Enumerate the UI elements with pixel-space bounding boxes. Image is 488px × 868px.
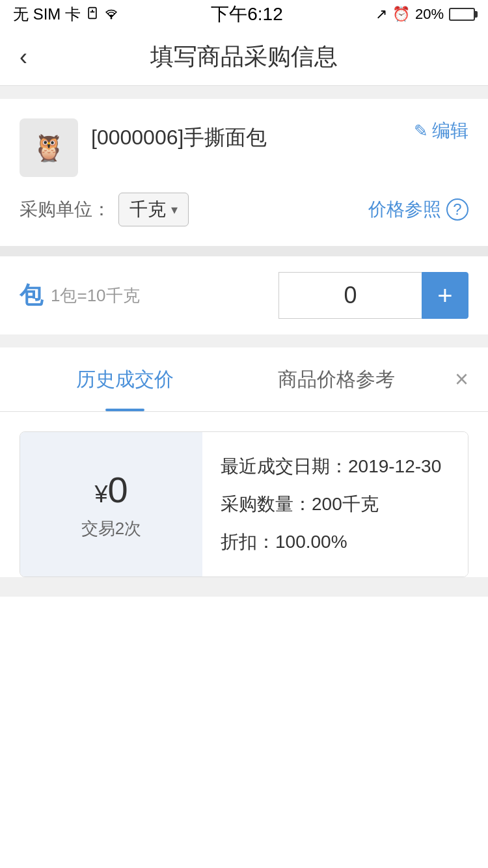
- page-title: 填写商品采购信息: [150, 41, 338, 73]
- price-value: 0: [107, 469, 128, 510]
- tabs-section: 历史成交价 商品价格参考 × ¥0 交易2次 最近成交日期：2019-12-30…: [0, 347, 488, 577]
- svg-rect-0: [88, 8, 96, 19]
- product-section: 🦉 [0000006]手撕面包 ✎ 编辑 采购单位： 千克 ▾ 价格参照 ?: [0, 99, 488, 246]
- price-ref-label: 价格参照: [368, 197, 441, 222]
- price-amount: ¥0: [94, 468, 128, 511]
- discount-value: 100.00%: [275, 532, 347, 552]
- unit-badge: 包: [20, 280, 43, 312]
- edit-button[interactable]: ✎ 编辑: [414, 118, 468, 143]
- section-divider: [0, 246, 488, 256]
- quantity-detail-label: 采购数量：: [221, 494, 312, 514]
- location-icon: ↗: [375, 6, 387, 23]
- unit-select-dropdown[interactable]: 千克 ▾: [118, 193, 189, 226]
- chevron-down-icon: ▾: [171, 202, 178, 217]
- svg-point-1: [111, 18, 113, 20]
- status-right: ↗ ⏰ 20%: [375, 6, 475, 23]
- recent-date-row: 最近成交日期：2019-12-30: [221, 453, 450, 480]
- increment-button[interactable]: +: [422, 272, 468, 319]
- quantity-input-area: +: [278, 272, 468, 319]
- price-reference-button[interactable]: 价格参照 ?: [368, 197, 468, 222]
- tab-history-price[interactable]: 历史成交价: [20, 348, 230, 411]
- unit-value: 千克: [129, 197, 166, 222]
- status-time: 下午6:12: [211, 2, 283, 27]
- quantity-label: 包 1包=10千克: [20, 280, 140, 312]
- help-icon: ?: [446, 198, 468, 221]
- sim-icon: [86, 5, 99, 23]
- quantity-row: 包 1包=10千克 +: [0, 256, 488, 334]
- quantity-row-detail: 采购数量：200千克: [221, 491, 450, 518]
- nav-bar: ‹ 填写商品采购信息: [0, 29, 488, 86]
- discount-label: 折扣：: [221, 532, 275, 552]
- quantity-input[interactable]: [278, 272, 422, 319]
- unit-row: 采购单位： 千克 ▾ 价格参照 ?: [20, 193, 468, 226]
- recent-date-value: 2019-12-30: [348, 456, 441, 476]
- unit-label: 采购单位：: [20, 197, 111, 222]
- battery-icon: [449, 8, 475, 21]
- edit-icon: ✎: [414, 121, 428, 141]
- product-name: [0000006]手撕面包: [91, 118, 267, 152]
- tab-product-price-ref[interactable]: 商品价格参考: [230, 348, 441, 411]
- product-icon: 🦉: [33, 133, 65, 163]
- unit-conversion: 1包=10千克: [51, 284, 140, 307]
- price-transactions: 交易2次: [81, 517, 141, 540]
- discount-row: 折扣：100.00%: [221, 528, 450, 556]
- alarm-icon: ⏰: [392, 6, 410, 23]
- product-thumbnail: 🦉: [20, 118, 78, 177]
- close-tabs-button[interactable]: ×: [442, 347, 468, 411]
- currency-symbol: ¥: [94, 481, 107, 508]
- carrier-text: 无 SIM 卡: [13, 4, 81, 25]
- price-left-panel: ¥0 交易2次: [20, 432, 202, 576]
- unit-left: 采购单位： 千克 ▾: [20, 193, 189, 226]
- status-left: 无 SIM 卡: [13, 4, 118, 25]
- main-content: [0, 597, 488, 868]
- price-right-panel: 最近成交日期：2019-12-30 采购数量：200千克 折扣：100.00%: [202, 432, 468, 576]
- product-left: 🦉 [0000006]手撕面包: [20, 118, 267, 177]
- product-header: 🦉 [0000006]手撕面包 ✎ 编辑: [20, 118, 468, 177]
- status-bar: 无 SIM 卡 下午6:12 ↗ ⏰ 20%: [0, 0, 488, 29]
- back-button[interactable]: ‹: [20, 44, 27, 71]
- quantity-detail-value: 200千克: [312, 494, 379, 514]
- price-card: ¥0 交易2次 最近成交日期：2019-12-30 采购数量：200千克 折扣：…: [20, 431, 468, 577]
- tabs-header: 历史成交价 商品价格参考 ×: [0, 347, 488, 412]
- battery-percent: 20%: [415, 6, 444, 23]
- edit-label: 编辑: [432, 118, 468, 143]
- recent-date-label: 最近成交日期：: [221, 456, 348, 476]
- wifi-icon: [104, 5, 118, 23]
